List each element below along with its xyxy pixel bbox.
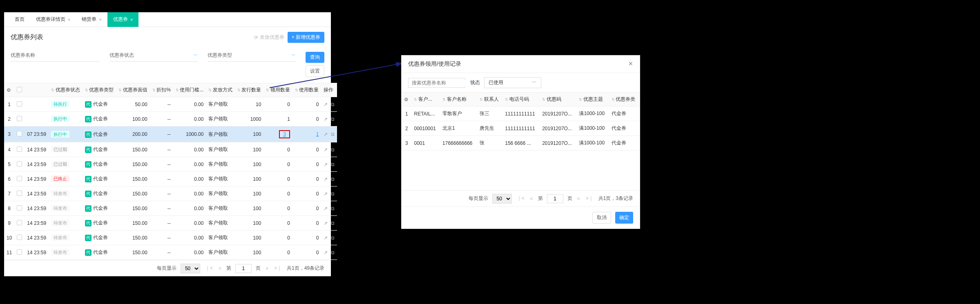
row-check[interactable]	[14, 97, 25, 112]
filter-status[interactable]: 优惠券状态 ﹀	[109, 52, 198, 62]
name-input[interactable]	[38, 53, 100, 58]
table-row[interactable]: 8 14 23:59 待发布 代代金券 150.00 -- 0.00 客户领取 …	[4, 201, 337, 216]
row-check[interactable]	[14, 216, 25, 231]
checkbox-all[interactable]	[17, 87, 22, 92]
search-button[interactable]: 查询	[306, 52, 324, 63]
row-check[interactable]	[14, 142, 25, 157]
qrcode-icon[interactable]: ⧉	[331, 131, 335, 137]
share-icon[interactable]: ↗	[324, 235, 328, 241]
coupon-search[interactable]: ⌕	[408, 78, 465, 88]
row-check[interactable]	[14, 245, 25, 260]
col-type[interactable]: 优惠券类	[609, 93, 640, 107]
table-row[interactable]: 3 07 23:59 执行中 代代金券 200.00 -- 1000.00 客户…	[4, 126, 337, 142]
share-icon[interactable]: ↗	[324, 162, 328, 167]
row-check[interactable]	[14, 186, 25, 201]
share-icon[interactable]: ↗	[324, 206, 328, 211]
filter-name[interactable]: 优惠券名称	[11, 52, 100, 62]
close-icon[interactable]: ×	[68, 17, 70, 22]
col-claim[interactable]: 领用数量	[263, 83, 292, 97]
qrcode-icon[interactable]: ⧉	[331, 206, 335, 211]
use-link[interactable]: 1	[316, 131, 319, 137]
last-page-icon[interactable]: >｜	[585, 195, 594, 202]
row-check[interactable]	[14, 126, 25, 142]
col-contact[interactable]: 联系人	[477, 93, 502, 107]
col-issue[interactable]: 发行数量	[235, 83, 264, 97]
table-row[interactable]: 11 14 23:59 待发布 代代金券 150.00 -- 0.00 客户领取…	[4, 245, 337, 260]
qrcode-icon[interactable]: ⧉	[331, 250, 335, 255]
table-row[interactable]: 3 0001 17666666666 张 156 6666 ... 201912…	[402, 136, 640, 151]
col-threshold[interactable]: 使用门槛...	[173, 83, 206, 97]
first-page-icon[interactable]: ｜<	[204, 265, 214, 272]
share-icon[interactable]: ↗	[324, 116, 328, 122]
close-icon[interactable]: ✕	[628, 60, 633, 68]
qrcode-icon[interactable]: ⧉	[331, 116, 335, 122]
share-icon[interactable]: ↗	[324, 102, 328, 107]
prev-page-icon[interactable]: <	[529, 196, 534, 202]
table-row[interactable]: 7 14 23:59 待发布 代代金券 150.00 -- 0.00 客户领取 …	[4, 186, 337, 201]
qrcode-icon[interactable]: ⧉	[331, 191, 335, 197]
col-face[interactable]: 优惠券面值	[116, 83, 150, 97]
filter-type[interactable]: 优惠券类型 ﹀	[208, 52, 296, 62]
table-row[interactable]: 2 执行中 代代金券 100.00 -- 0.00 客户领取 1000 1 0 …	[4, 112, 337, 126]
col-code[interactable]: 优惠码	[540, 93, 576, 107]
col-phone[interactable]: 电话号码	[502, 93, 540, 107]
row-check[interactable]	[14, 157, 25, 172]
add-coupon-button[interactable]: + 新增优惠券	[288, 32, 324, 43]
col-type[interactable]: 优惠券类型	[83, 83, 116, 97]
next-page-icon[interactable]: >	[265, 266, 269, 271]
close-icon[interactable]: ×	[99, 17, 101, 22]
tab-sales-order[interactable]: 销货单×	[76, 12, 107, 27]
table-row[interactable]: 2 00010001 北京1 唐先生 11111111111 20191207O…	[402, 121, 640, 136]
row-check[interactable]	[14, 172, 25, 186]
table-row[interactable]: 10 14 23:59 待发布 代代金券 150.00 -- 0.00 客户领取…	[4, 231, 337, 245]
qrcode-icon[interactable]: ⧉	[331, 235, 335, 241]
table-row[interactable]: 1 RETAIL... 零散客户 张三 11111111111 20191207…	[402, 107, 640, 121]
tab-home[interactable]: 首页	[9, 12, 30, 27]
share-icon[interactable]: ↗	[324, 176, 328, 182]
tab-coupon-detail[interactable]: 优惠券详情页×	[30, 12, 76, 27]
settings-button[interactable]: 设置	[306, 65, 324, 77]
row-check[interactable]	[14, 201, 25, 216]
first-page-icon[interactable]: ｜<	[516, 195, 525, 202]
share-icon[interactable]: ↗	[324, 131, 328, 137]
col-use[interactable]: 使用数量	[292, 83, 321, 97]
table-row[interactable]: 6 14 23:59 已终止 代代金券 150.00 -- 0.00 客户领取 …	[4, 172, 337, 186]
qrcode-icon[interactable]: ⧉	[331, 102, 335, 107]
row-check[interactable]	[14, 231, 25, 245]
tab-coupon[interactable]: 优惠券×	[107, 12, 138, 27]
qrcode-icon[interactable]: ⧉	[331, 176, 335, 182]
gear-icon[interactable]: ⚙	[404, 97, 409, 102]
col-customer-code[interactable]: 客户...	[411, 93, 440, 107]
qrcode-icon[interactable]: ⧉	[331, 162, 335, 167]
close-icon[interactable]: ×	[130, 17, 133, 22]
page-input[interactable]	[547, 194, 563, 203]
last-page-icon[interactable]: >｜	[273, 265, 283, 272]
perpage-select[interactable]: 50	[492, 194, 512, 204]
table-row[interactable]: 1 待执行 代代金券 50.00 -- 0.00 客户领取 10 0 0 ↗⧉	[4, 97, 337, 112]
col-discount[interactable]: 折扣%	[150, 83, 173, 97]
share-icon[interactable]: ↗	[324, 147, 328, 153]
qrcode-icon[interactable]: ⧉	[331, 147, 335, 153]
cancel-button[interactable]: 取消	[592, 212, 611, 224]
table-row[interactable]: 5 14 23:59 已过期 代代金券 150.00 -- 0.00 客户领取 …	[4, 157, 337, 172]
row-check[interactable]	[14, 112, 25, 126]
gear-icon[interactable]: ⚙	[7, 87, 11, 93]
col-status[interactable]: 优惠券状态	[49, 83, 83, 97]
qrcode-icon[interactable]: ⧉	[331, 220, 335, 226]
prev-page-icon[interactable]: <	[218, 266, 222, 271]
status-select[interactable]: 已使用 ﹀	[484, 77, 541, 88]
perpage-select[interactable]: 50	[181, 264, 200, 273]
col-gear[interactable]: ⚙	[4, 83, 14, 97]
col-customer-name[interactable]: 客户名称	[440, 93, 477, 107]
search-input[interactable]	[412, 80, 473, 86]
table-row[interactable]: 9 14 23:59 待发布 代代金券 150.00 -- 0.00 客户领取 …	[4, 216, 337, 231]
col-method[interactable]: 发放方式	[206, 83, 235, 97]
next-page-icon[interactable]: >	[576, 196, 581, 202]
col-topic[interactable]: 优惠主题	[576, 93, 609, 107]
table-row[interactable]: 4 14 23:59 已过期 代代金券 150.00 -- 0.00 客户领取 …	[4, 142, 337, 157]
share-icon[interactable]: ↗	[324, 191, 328, 197]
page-input[interactable]	[235, 264, 252, 273]
confirm-button[interactable]: 确定	[615, 212, 633, 224]
col-check[interactable]	[14, 83, 25, 97]
claim-link[interactable]: 3	[283, 131, 286, 137]
